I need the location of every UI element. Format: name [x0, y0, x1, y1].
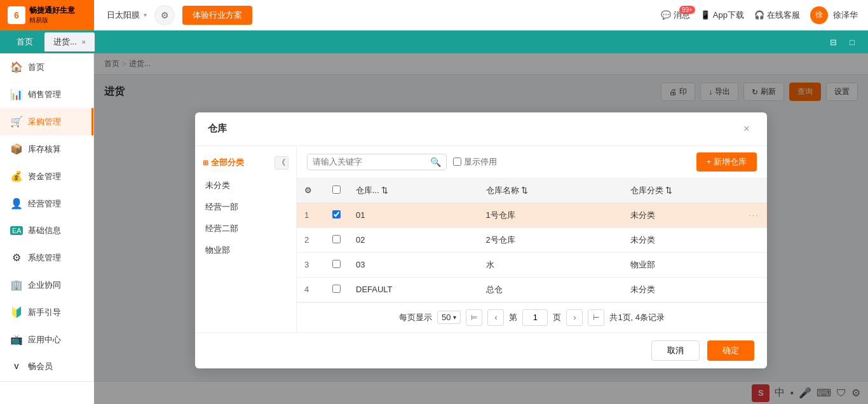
sidebar-item-app-center[interactable]: 📺 应用中心	[0, 326, 93, 353]
restore-window-button[interactable]: ⊟	[825, 34, 841, 50]
chevron-down-icon: ▾	[144, 11, 147, 18]
tab-home[interactable]: 首页	[8, 32, 42, 51]
table-row[interactable]: 3 03 水 物业部	[297, 252, 767, 277]
grid-icon: ⊞	[203, 159, 208, 167]
main-layout: 🏠 首页 📊 销售管理 🛒 采购管理 📦 库存核算 💰 资金管理 👤 经营管理 …	[0, 53, 868, 404]
company-selector[interactable]: 日太阳膜 ▾	[107, 10, 147, 21]
logo-text: 畅捷通好生意 精易版	[29, 5, 75, 25]
new-warehouse-button[interactable]: + 新增仓库	[696, 152, 757, 172]
sidebar-item-sales[interactable]: 📊 销售管理	[0, 81, 93, 108]
sidebar-item-member[interactable]: V 畅会员	[0, 353, 93, 380]
row-code: DEFAULT	[348, 277, 478, 302]
operations-icon: 👤	[10, 198, 23, 210]
sidebar-item-enterprise[interactable]: 🏢 企业协同	[0, 271, 93, 299]
table-row[interactable]: 2 02 2号仓库 未分类	[297, 227, 767, 252]
modal-overlay: 仓库 × ⊞ 全部分类 《	[94, 53, 868, 404]
search-icon[interactable]: 🔍	[430, 157, 441, 167]
row-code: 01	[348, 203, 478, 227]
row-category: 未分类	[623, 228, 767, 252]
sidebar-item-finance[interactable]: 💰 资金管理	[0, 163, 93, 190]
cancel-button[interactable]: 取消	[651, 340, 700, 361]
show-disabled-checkbox[interactable]: 显示停用	[453, 156, 497, 168]
row-num: 2	[297, 227, 325, 252]
header-right: 💬 消息 99+ 📱 App下载 🎧 在线客服 徐 徐泽华	[661, 6, 858, 24]
row-num: 4	[297, 277, 325, 302]
sidebar-item-system[interactable]: ⚙ 系统管理	[0, 244, 93, 271]
modal-header: 仓库 ×	[195, 112, 767, 146]
row-more-icon[interactable]: ···	[749, 210, 759, 220]
modal-toolbar: 🔍 显示停用 + 新增仓库	[297, 146, 767, 178]
search-input[interactable]	[313, 157, 430, 166]
trial-button[interactable]: 体验行业方案	[182, 6, 252, 25]
select-all-checkbox[interactable]	[332, 185, 341, 194]
col-name[interactable]: 仓库名称 ⇅	[478, 178, 623, 203]
row-code: 03	[348, 252, 478, 277]
online-service-button[interactable]: 🎧 在线客服	[754, 10, 800, 21]
app-center-icon: 📺	[10, 333, 23, 346]
row-num: 1	[297, 203, 325, 227]
row-name: 2号仓库	[478, 227, 623, 252]
confirm-button[interactable]: 确定	[707, 340, 754, 361]
sidebar-item-purchase[interactable]: 🛒 采购管理	[0, 108, 93, 135]
sidebar: 🏠 首页 📊 销售管理 🛒 采购管理 📦 库存核算 💰 资金管理 👤 经营管理 …	[0, 53, 94, 404]
sales-icon: 📊	[10, 88, 23, 100]
sidebar-item-guide[interactable]: 🔰 新手引导	[0, 299, 93, 326]
page-size-select[interactable]: 50 ▾	[437, 311, 461, 324]
row-name: 1号仓库	[478, 203, 623, 227]
app-download-button[interactable]: 📱 App下载	[700, 10, 744, 21]
sort-icon: ⇅	[665, 185, 672, 195]
modal-category-unclassified[interactable]: 未分类	[195, 175, 296, 196]
top-nav: 首页 进货... × ⊟ □	[0, 30, 868, 53]
chevron-down-icon: ▾	[453, 314, 456, 321]
row-checkbox[interactable]	[332, 285, 341, 293]
modal-category-dept2[interactable]: 经营二部	[195, 218, 296, 239]
guide-icon: 🔰	[10, 306, 23, 318]
headset-icon: 🎧	[754, 10, 764, 20]
basic-info-icon: EA	[10, 226, 23, 235]
row-code: 02	[348, 227, 478, 252]
row-checkbox-cell	[325, 203, 348, 227]
warehouse-modal: 仓库 × ⊞ 全部分类 《	[195, 112, 767, 368]
modal-category-property[interactable]: 物业部	[195, 239, 296, 261]
inventory-icon: 📦	[10, 143, 23, 155]
sidebar-item-inventory[interactable]: 📦 库存核算	[0, 135, 93, 163]
modal-close-button[interactable]: ×	[739, 121, 754, 137]
row-checkbox[interactable]	[332, 260, 341, 268]
search-input-wrap: 🔍	[307, 154, 447, 170]
message-icon: 💬	[661, 10, 671, 20]
table-row[interactable]: 1 01 1号仓库 未分类···	[297, 203, 767, 227]
modal-main: 🔍 显示停用 + 新增仓库	[297, 146, 767, 332]
row-checkbox[interactable]	[332, 235, 341, 243]
collapse-sidebar-button[interactable]: 《	[275, 156, 288, 170]
prev-page-button[interactable]: ‹	[487, 309, 504, 326]
tab-purchase[interactable]: 进货... ×	[44, 32, 95, 51]
top-header: 6 畅捷通好生意 精易版 日太阳膜 ▾ ⚙ 体验行业方案 💬 消息 99+ 📱 …	[0, 0, 868, 30]
first-page-button[interactable]: ⊨	[466, 309, 482, 326]
gear-button[interactable]: ⚙	[154, 5, 175, 25]
tab-close-icon[interactable]: ×	[81, 38, 85, 46]
modal-category-dept1[interactable]: 经营一部	[195, 196, 296, 218]
row-category: 物业部	[623, 253, 767, 277]
maximize-window-button[interactable]: □	[844, 34, 860, 50]
next-page-button[interactable]: ›	[566, 309, 583, 326]
table-row[interactable]: 4 DEFAULT 总仓 未分类	[297, 277, 767, 302]
logo-icon: 6	[8, 6, 25, 24]
modal-sidebar-header: ⊞ 全部分类 《	[195, 151, 296, 175]
col-code[interactable]: 仓库... ⇅	[348, 178, 478, 203]
show-disabled-input[interactable]	[453, 158, 461, 166]
user-menu[interactable]: 徐 徐泽华	[810, 6, 858, 24]
row-checkbox-cell	[325, 252, 348, 277]
row-checkbox[interactable]	[332, 210, 341, 219]
content-area: 首页 > 进货... 进货 🖨 印 ↓ 导出 ↻ 刷	[94, 53, 868, 404]
member-icon: V	[10, 363, 23, 370]
sidebar-item-operations[interactable]: 👤 经营管理	[0, 190, 93, 217]
col-category[interactable]: 仓库分类 ⇅	[623, 178, 767, 203]
gear-icon: ⚙	[161, 10, 169, 20]
modal-category-sidebar: ⊞ 全部分类 《 未分类 经营一部 经营二部	[195, 146, 297, 332]
last-page-button[interactable]: ⊢	[588, 309, 604, 326]
sidebar-item-basic-info[interactable]: EA 基础信息	[0, 217, 93, 244]
row-name: 水	[478, 252, 623, 277]
messages-button[interactable]: 💬 消息 99+	[661, 10, 690, 21]
sidebar-item-home[interactable]: 🏠 首页	[0, 53, 93, 81]
page-number-input[interactable]	[522, 309, 548, 326]
